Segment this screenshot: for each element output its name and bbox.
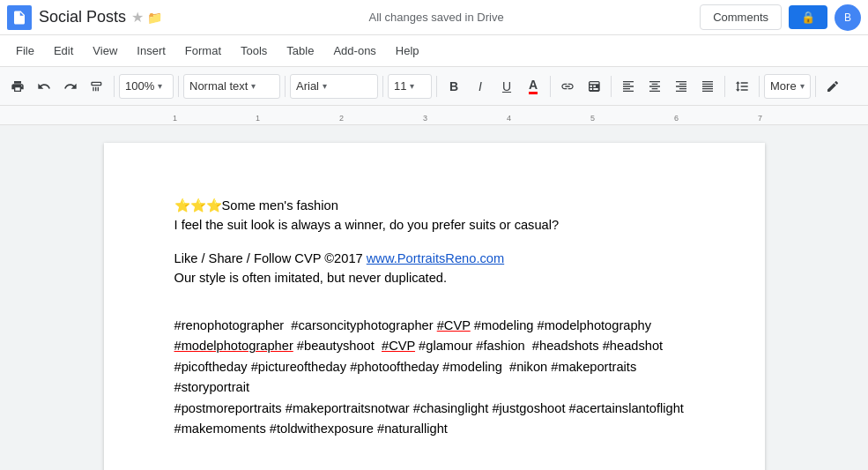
hashtag-line-5: #makemoments #toldwithexposure #naturall… xyxy=(174,419,694,439)
line-spacing-button[interactable] xyxy=(730,74,754,99)
font-value: Arial xyxy=(296,79,319,93)
text-color-button[interactable]: A xyxy=(521,74,545,99)
menu-bar: File Edit View Insert Format Tools Table… xyxy=(0,35,868,67)
document-page[interactable]: ⭐⭐⭐Some men's fashion I feel the suit lo… xyxy=(104,143,765,470)
bold-button[interactable]: B xyxy=(441,74,466,99)
hashtag-line-1: #renophotographer #carsoncityphotographe… xyxy=(174,316,694,336)
font-dropdown[interactable]: Arial ▾ xyxy=(290,74,378,99)
doc-spacer-3 xyxy=(174,302,694,316)
menu-format[interactable]: Format xyxy=(176,41,230,61)
style-dropdown[interactable]: Normal text ▾ xyxy=(183,74,280,99)
hashtag-text-1: #renophotographer #carsoncityphotographe… xyxy=(174,318,652,332)
comments-button[interactable]: Comments xyxy=(700,4,782,30)
doc-line-1: ⭐⭐⭐Some men's fashion xyxy=(174,196,694,215)
menu-table[interactable]: Table xyxy=(278,41,323,61)
separator-1 xyxy=(114,76,115,97)
doc-title[interactable]: Social Posts xyxy=(39,8,126,26)
align-left-button[interactable] xyxy=(616,74,641,99)
print-button[interactable] xyxy=(5,74,30,99)
underline-button[interactable]: U xyxy=(494,74,519,99)
hashtag-modelphotographer: #modelphotographer xyxy=(174,339,293,353)
separator-4 xyxy=(382,76,383,97)
more-chevron: ▾ xyxy=(800,81,805,91)
hashtag-line-4: #postmoreportraits #makeportraitsnotwar … xyxy=(174,399,694,419)
doc-line-2: I feel the suit look is always a winner,… xyxy=(174,215,694,235)
star-icon[interactable]: ★ xyxy=(131,9,144,26)
separator-8 xyxy=(724,76,725,97)
title-bar: Social Posts ★ 📁 All changes saved in Dr… xyxy=(0,0,868,35)
menu-file[interactable]: File xyxy=(7,41,43,61)
doc-spacer-2 xyxy=(174,287,694,302)
redo-button[interactable] xyxy=(58,74,83,99)
doc-line-4: Like / Share / Follow CVP ©2017 www.Port… xyxy=(174,249,694,268)
separator-3 xyxy=(285,76,286,97)
toolbar: 100% ▾ Normal text ▾ Arial ▾ 11 ▾ B I U … xyxy=(0,67,868,106)
ruler-content: 1 1 2 3 4 5 6 7 xyxy=(88,106,868,123)
size-chevron: ▾ xyxy=(410,81,414,91)
lock-icon: 🔒 xyxy=(801,11,815,24)
align-right-button[interactable] xyxy=(669,74,694,99)
align-center-button[interactable] xyxy=(642,74,667,99)
autosave-status: All changes saved in Drive xyxy=(173,11,700,24)
folder-icon[interactable]: 📁 xyxy=(147,11,162,25)
separator-10 xyxy=(815,76,816,97)
share-button[interactable]: 🔒 xyxy=(789,5,827,29)
portraits-link[interactable]: www.PortraitsReno.com xyxy=(367,251,504,265)
menu-view[interactable]: View xyxy=(84,41,126,61)
separator-2 xyxy=(178,76,179,97)
style-value: Normal text xyxy=(189,79,248,93)
user-avatar[interactable]: B xyxy=(835,4,861,31)
font-chevron: ▾ xyxy=(323,81,327,91)
separator-9 xyxy=(759,76,760,97)
document-area: ⭐⭐⭐Some men's fashion I feel the suit lo… xyxy=(0,125,868,470)
menu-addons[interactable]: Add-ons xyxy=(324,41,384,61)
separator-5 xyxy=(436,76,437,97)
menu-edit[interactable]: Edit xyxy=(45,41,82,61)
undo-button[interactable] xyxy=(32,74,56,99)
size-value: 11 xyxy=(394,79,406,93)
menu-tools[interactable]: Tools xyxy=(232,41,276,61)
hashtag-line-2: #modelphotographer #beautyshoot #CVP #gl… xyxy=(174,336,694,356)
style-chevron: ▾ xyxy=(251,81,256,91)
app-icon xyxy=(7,5,32,30)
more-label: More xyxy=(770,79,797,93)
more-dropdown[interactable]: More ▾ xyxy=(764,74,811,99)
menu-help[interactable]: Help xyxy=(387,41,428,61)
zoom-value: 100% xyxy=(125,79,154,93)
separator-6 xyxy=(550,76,551,97)
italic-button[interactable]: I xyxy=(468,74,493,99)
insert-table-button[interactable] xyxy=(582,74,606,99)
font-size-dropdown[interactable]: 11 ▾ xyxy=(388,74,432,99)
link-button[interactable] xyxy=(555,74,580,99)
hashtag-line-3: #picoftheday #pictureoftheday #photoofth… xyxy=(174,357,694,399)
pen-button[interactable] xyxy=(820,74,845,99)
separator-7 xyxy=(611,76,612,97)
zoom-dropdown[interactable]: 100% ▾ xyxy=(119,74,174,99)
ruler: 1 1 2 3 4 5 6 7 xyxy=(0,106,868,125)
zoom-chevron: ▾ xyxy=(158,81,162,91)
share-text: Like / Share / Follow CVP ©2017 xyxy=(174,251,367,265)
doc-spacer-1 xyxy=(174,235,694,249)
justify-button[interactable] xyxy=(695,74,720,99)
paint-format-button[interactable] xyxy=(85,74,109,99)
doc-line-5: Our style is often imitated, but never d… xyxy=(174,268,694,287)
menu-insert[interactable]: Insert xyxy=(128,41,174,61)
